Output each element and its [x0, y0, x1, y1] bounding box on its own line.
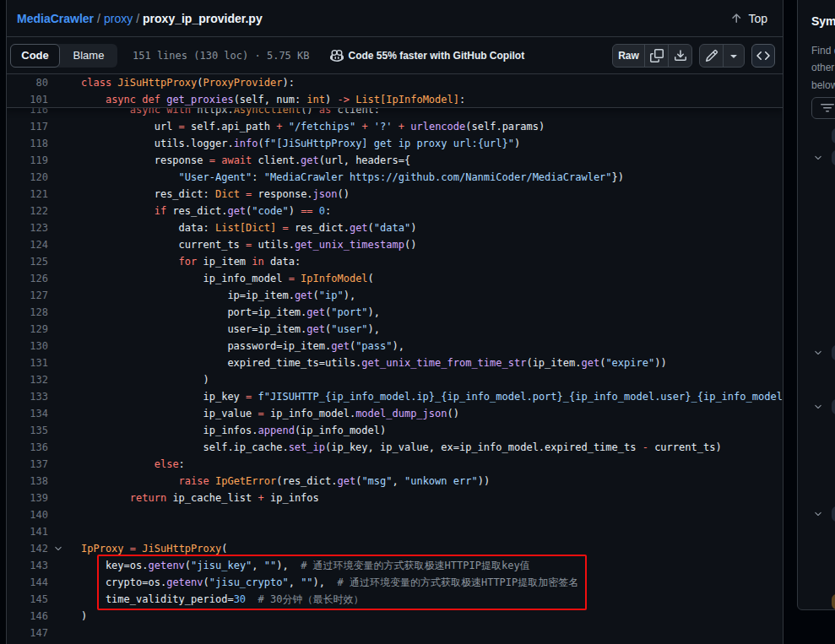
code-text[interactable]: return ip_cache_list + ip_infos — [81, 490, 783, 506]
line-number[interactable]: 132 — [7, 371, 48, 388]
symbols-panel-toggle-button[interactable] — [751, 44, 775, 68]
line-number[interactable]: 145 — [7, 591, 48, 608]
copy-raw-button[interactable] — [644, 45, 668, 67]
symbol-row[interactable] — [811, 150, 835, 165]
line-number[interactable]: 131 — [7, 354, 48, 371]
symbol-kind-badge — [832, 345, 835, 360]
code-text[interactable]: ip=ip_item.get("ip"), — [81, 287, 783, 304]
code-text[interactable]: else: — [81, 456, 783, 473]
symbol-expand-toggle[interactable] — [813, 348, 823, 358]
code-text[interactable]: for ip_item in data: — [81, 253, 783, 270]
symbol-expand-toggle[interactable] — [813, 153, 823, 163]
breadcrumb-folder-link[interactable]: proxy — [104, 12, 133, 25]
code-text[interactable]: ip_info_model = IpInfoModel( — [81, 270, 783, 287]
code-text[interactable]: res_dict: Dict = response.json() — [81, 186, 783, 203]
line-number[interactable]: 137 — [7, 456, 48, 473]
code-blame-switcher: Code Blame — [10, 44, 117, 68]
line-number[interactable]: 147 — [7, 625, 48, 641]
tab-code[interactable]: Code — [10, 44, 60, 68]
code-text[interactable]: time_validity_period=30 # 30分钟（最长时效） — [81, 591, 783, 608]
arrow-up-icon — [729, 12, 743, 25]
code-text[interactable]: data: List[Dict] = res_dict.get("data") — [81, 219, 783, 236]
code-text[interactable]: ip_infos.append(ip_info_model) — [81, 422, 783, 439]
line-number[interactable]: 124 — [7, 236, 48, 253]
line-number[interactable]: 123 — [7, 219, 48, 236]
line-number[interactable]: 126 — [7, 270, 48, 287]
code-text[interactable]: ip_key = f"JISUHTTP_{ip_info_model.ip}_{… — [81, 388, 783, 405]
copilot-banner[interactable]: Code 55% faster with GitHub Copilot — [330, 49, 525, 62]
code-text[interactable]: IpProxy = JiSuHttpProxy( — [81, 540, 783, 557]
line-number[interactable]: 133 — [7, 388, 48, 405]
code-line: 126 ip_info_model = IpInfoModel( — [7, 270, 783, 287]
symbol-row[interactable] — [811, 594, 835, 609]
line-number[interactable]: 143 — [7, 557, 48, 574]
raw-button[interactable]: Raw — [613, 45, 644, 67]
line-number[interactable]: 135 — [7, 422, 48, 439]
code-text[interactable]: if res_dict.get("code") == 0: — [81, 203, 783, 219]
code-text[interactable]: url = self.api_path + "/fetchips" + '?' … — [81, 118, 783, 135]
code-text[interactable]: class JiSuHttpProxy(ProxyProvider): — [81, 74, 783, 91]
code-text[interactable]: key=os.getenv("jisu_key", ""), # 通过环境变量的… — [81, 557, 783, 574]
line-number[interactable]: 121 — [7, 186, 48, 203]
line-number[interactable]: 118 — [7, 135, 48, 152]
line-number[interactable]: 146 — [7, 608, 48, 625]
code-text[interactable]: response = await client.get(url, headers… — [81, 152, 783, 169]
symbols-panel-description: below or in the code. — [811, 79, 835, 91]
breadcrumb: MediaCrawler/proxy/proxy_ip_provider.py — [17, 12, 263, 25]
line-number[interactable]: 80 — [7, 74, 48, 91]
filter-icon — [821, 101, 834, 115]
code-text[interactable]: "User-Agent": "MediaCrawler https://gith… — [81, 169, 783, 186]
code-text[interactable]: current_ts = utils.get_unix_timestamp() — [81, 236, 783, 253]
fold-toggle[interactable] — [53, 544, 67, 554]
symbol-expand-toggle[interactable] — [813, 509, 823, 519]
symbol-row[interactable] — [811, 128, 835, 143]
line-number[interactable]: 136 — [7, 439, 48, 456]
symbol-kind-badge — [832, 399, 835, 414]
code-text[interactable]: port=ip_item.get("port"), — [81, 304, 783, 321]
tab-blame[interactable]: Blame — [60, 44, 117, 68]
scroll-to-top-button[interactable]: Top — [729, 12, 767, 25]
code-text[interactable]: ip_value = ip_info_model.model_dump_json… — [81, 405, 783, 422]
code-line: 146) — [7, 608, 783, 625]
code-text[interactable]: password=ip_item.get("pass"), — [81, 338, 783, 354]
line-number[interactable]: 127 — [7, 287, 48, 304]
line-number[interactable]: 120 — [7, 169, 48, 186]
code-text[interactable]: expired_time_ts=utils.get_unix_time_from… — [81, 354, 783, 371]
code-text[interactable]: utils.logger.info(f"[JiSuHttpProxy] get … — [81, 135, 783, 152]
line-number[interactable]: 122 — [7, 203, 48, 219]
chevron-down-icon — [813, 509, 823, 519]
line-number[interactable]: 130 — [7, 338, 48, 354]
code-text[interactable]: self.ip_cache.set_ip(ip_key, ip_value, e… — [81, 439, 783, 456]
code-line: 136 self.ip_cache.set_ip(ip_key, ip_valu… — [7, 439, 783, 456]
symbol-row[interactable] — [811, 345, 835, 360]
line-number[interactable]: 144 — [7, 574, 48, 591]
code-text[interactable]: crypto=os.getenv("jisu_crypto", ""), # 通… — [81, 574, 783, 591]
symbol-row[interactable] — [811, 506, 835, 522]
line-number[interactable]: 142 — [7, 540, 48, 557]
code-text[interactable]: ) — [81, 371, 783, 388]
line-number[interactable]: 140 — [7, 506, 48, 523]
edit-file-button[interactable] — [700, 45, 723, 67]
line-number[interactable]: 129 — [7, 321, 48, 338]
symbol-expand-toggle[interactable] — [813, 402, 823, 412]
download-icon — [674, 49, 687, 62]
code-text[interactable]: raise IpGetError(res_dict.get("msg", "un… — [81, 473, 783, 490]
edit-options-dropdown[interactable] — [723, 45, 744, 67]
line-number[interactable]: 141 — [7, 523, 48, 540]
line-number[interactable]: 134 — [7, 405, 48, 422]
code-text[interactable]: user=ip_item.get("user"), — [81, 321, 783, 338]
line-number[interactable]: 139 — [7, 490, 48, 506]
line-number[interactable]: 101 — [7, 91, 48, 108]
line-number[interactable]: 128 — [7, 304, 48, 321]
download-button[interactable] — [668, 45, 691, 67]
line-number[interactable]: 119 — [7, 152, 48, 169]
line-number[interactable]: 117 — [7, 118, 48, 135]
breadcrumb-repo-link[interactable]: MediaCrawler — [17, 12, 94, 25]
code-text[interactable]: ) — [81, 608, 783, 625]
line-number[interactable]: 125 — [7, 253, 48, 270]
file-meta-info: 151 lines (130 loc) · 5.75 KB — [133, 50, 310, 62]
symbol-row[interactable] — [811, 399, 835, 414]
line-number[interactable]: 138 — [7, 473, 48, 490]
code-text[interactable]: async def get_proxies(self, num: int) ->… — [81, 91, 783, 108]
filter-symbols-input[interactable] — [811, 97, 835, 119]
